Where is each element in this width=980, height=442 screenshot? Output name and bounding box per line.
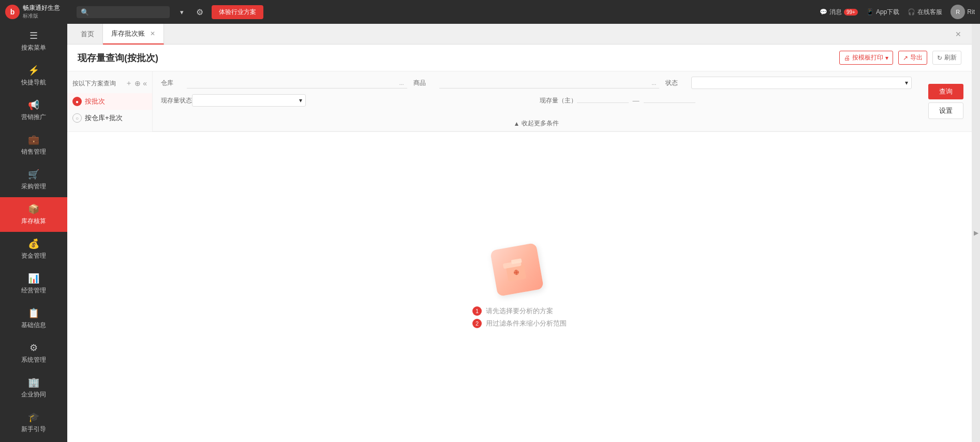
refresh-icon: ↻ [937, 54, 942, 62]
messages-item[interactable]: 💬 消息 99+ [820, 8, 858, 17]
marketing-icon: 📢 [28, 99, 39, 111]
sidebar-item-operations[interactable]: 📊 经营管理 [0, 267, 67, 301]
stock-status-field: 现存量状态 ▾ [161, 94, 533, 107]
dropdown-selector[interactable]: ▾ [174, 6, 188, 18]
search-bar[interactable]: 🔍 [77, 6, 170, 18]
chevron-down-icon: ▾ [299, 97, 302, 104]
settings-icon[interactable]: ⚙ [192, 5, 207, 19]
scheme-item-by-warehouse-batch[interactable]: ○ 按仓库+批次 [67, 110, 152, 126]
tabbar-close-btn[interactable]: ✕ [950, 30, 967, 38]
search-input[interactable] [91, 8, 153, 16]
experience-btn[interactable]: 体验行业方案 [212, 5, 263, 19]
warehouse-input[interactable]: ... [187, 78, 407, 89]
sidebar-item-label: 营销推广 [21, 113, 46, 122]
stock-amount-to[interactable] [644, 98, 695, 103]
messages-badge: 99+ [844, 9, 858, 16]
export-btn[interactable]: ↗ 导出 [898, 51, 927, 65]
chevron-up-icon: ▲ [514, 120, 520, 127]
warehouse-more[interactable]: ... [399, 80, 404, 86]
right-collapse-btn[interactable]: ▶ [972, 24, 980, 442]
online-service-label: 在线客服 [917, 8, 942, 17]
topbar: b 畅康通好生意 标准版 🔍 ▾ ⚙ 体验行业方案 💬 消息 99+ 📱 App… [0, 0, 980, 24]
online-service-item[interactable]: 🎧 在线客服 [908, 8, 942, 17]
tab-inventory-batch[interactable]: 库存批次账 ✕ [103, 24, 164, 45]
sidebar-item-label: 资金管理 [21, 252, 46, 260]
goods-more[interactable]: ... [651, 80, 656, 86]
scheme-panel-title: 按以下方案查询 [72, 79, 116, 88]
settings-btn[interactable]: 设置 [928, 102, 963, 119]
scheme-panel: 按以下方案查询 ＋ ⊕ « ● 按批次 ○ 按仓库+批次 [67, 71, 153, 131]
page-header: 现存量查询(按批次) 🖨 按模板打印 ▾ ↗ 导出 ↻ 刷新 [67, 45, 972, 71]
sidebar-item-label: 库存核算 [21, 217, 46, 226]
goods-input[interactable]: ... [439, 78, 660, 89]
sidebar-item-marketing[interactable]: 📢 营销推广 [0, 93, 67, 128]
sidebar-item-quick-nav[interactable]: ⚡ 快捷导航 [0, 58, 67, 93]
tip-num-2: 2 [472, 319, 482, 328]
sidebar-item-system[interactable]: ⚙ 系统管理 [0, 336, 67, 371]
config-scheme-icon[interactable]: ⊕ [135, 79, 141, 87]
filter-row-2: 现存量状态 ▾ 现存量（主） — [161, 94, 912, 107]
app-name: 畅康通好生意 [23, 4, 60, 12]
scheme-item-by-batch[interactable]: ● 按批次 [67, 93, 152, 110]
tab-close-icon[interactable]: ✕ [150, 30, 155, 37]
sidebar-item-basics[interactable]: 📋 基础信息 [0, 301, 67, 336]
status-select[interactable]: ▾ [691, 77, 912, 89]
sidebar-item-label: 快捷导航 [21, 78, 46, 87]
goods-field: 商品 ... [413, 78, 660, 89]
app-download-label: App下载 [876, 8, 899, 17]
app-edition: 标准版 [23, 12, 60, 20]
avatar-img: R [951, 5, 965, 19]
tabbar-close-area: ✕ [950, 30, 967, 38]
tabbar: 首页 库存批次账 ✕ ✕ [67, 24, 972, 45]
warehouse-label: 仓库 [161, 79, 187, 87]
sidebar: ☰ 搜索菜单 ⚡ 快捷导航 📢 营销推广 💼 销售管理 🛒 采购管理 📦 库存核… [0, 24, 67, 442]
warehouse-field: 仓库 ... [161, 78, 407, 89]
right-chevron-icon: ▶ [974, 229, 978, 237]
collapse-more-btn[interactable]: ▲ 收起更多条件 [153, 116, 920, 131]
sidebar-item-label: 基础信息 [21, 321, 46, 330]
system-icon: ⚙ [29, 342, 38, 353]
app-logo: b 畅康通好生意 标准版 [5, 4, 72, 20]
tab-home[interactable]: 首页 [72, 24, 103, 45]
search-icon: 🔍 [81, 8, 89, 16]
sidebar-item-app-center[interactable]: 🔲 应用中心 [0, 440, 67, 442]
headset-icon: 🎧 [908, 8, 915, 16]
sidebar-item-label: 销售管理 [21, 148, 46, 156]
sidebar-item-sales[interactable]: 💼 销售管理 [0, 128, 67, 163]
query-btn[interactable]: 查询 [928, 84, 963, 99]
stock-amount-field: 现存量（主） — [540, 96, 912, 105]
chevron-down-icon: ▾ [905, 79, 908, 86]
collapse-scheme-icon[interactable]: « [143, 79, 147, 87]
page-header-actions: 🖨 按模板打印 ▾ ↗ 导出 ↻ 刷新 [839, 51, 961, 65]
sidebar-item-purchase[interactable]: 🛒 采购管理 [0, 163, 67, 197]
sidebar-item-search-menu[interactable]: ☰ 搜索菜单 [0, 24, 67, 58]
newbie-icon: 🎓 [28, 411, 39, 423]
refresh-btn[interactable]: ↻ 刷新 [932, 51, 961, 65]
sidebar-item-inventory[interactable]: 📦 库存核算 [0, 197, 67, 232]
filter-row-1: 仓库 ... 商品 ... [161, 77, 912, 89]
messages-label: 消息 [829, 8, 842, 17]
tip-text-2: 用过滤条件来缩小分析范围 [486, 319, 567, 328]
main-layout: ☰ 搜索菜单 ⚡ 快捷导航 📢 营销推广 💼 销售管理 🛒 采购管理 📦 库存核… [0, 24, 980, 442]
tab-inventory-batch-label: 库存批次账 [111, 29, 145, 38]
tip-text-1: 请先选择要分析的方案 [486, 306, 553, 316]
export-label: 导出 [910, 53, 923, 62]
sidebar-item-label: 采购管理 [21, 182, 46, 191]
stock-status-select[interactable]: ▾ [192, 94, 306, 107]
user-avatar[interactable]: R Rit [951, 5, 975, 19]
empty-state: 1 请先选择要分析的方案 2 用过滤条件来缩小分析范围 [67, 132, 972, 442]
add-scheme-icon[interactable]: ＋ [125, 79, 132, 88]
print-btn[interactable]: 🖨 按模板打印 ▾ [839, 51, 893, 65]
filter-actions: 查询 设置 [920, 71, 972, 131]
app-download-item[interactable]: 📱 App下载 [866, 8, 899, 17]
filter-area: 按以下方案查询 ＋ ⊕ « ● 按批次 ○ 按仓库+批次 [67, 71, 972, 132]
basics-icon: 📋 [28, 307, 39, 319]
stock-amount-from[interactable] [577, 98, 629, 103]
sidebar-item-finance[interactable]: 💰 资金管理 [0, 232, 67, 267]
empty-tips: 1 请先选择要分析的方案 2 用过滤条件来缩小分析范围 [472, 306, 567, 328]
sidebar-item-newbie[interactable]: 🎓 新手引导 [0, 405, 67, 440]
message-icon: 💬 [820, 8, 827, 16]
sidebar-item-label: 新手引导 [21, 425, 46, 434]
inventory-icon: 📦 [28, 203, 39, 215]
sidebar-item-enterprise[interactable]: 🏢 企业协同 [0, 371, 67, 405]
